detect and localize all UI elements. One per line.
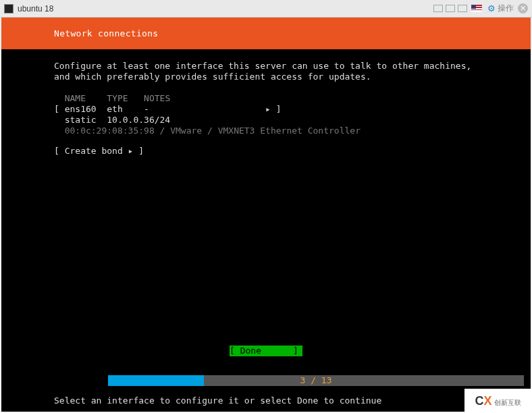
chevron-right-icon: ▸ bbox=[128, 146, 134, 156]
footer-hint: Select an interface to configure it or s… bbox=[1, 386, 531, 406]
column-headers: NAME TYPE NOTES bbox=[54, 93, 478, 104]
chevron-right-icon: ▸ bbox=[265, 104, 271, 114]
progress-bar: 3 / 13 bbox=[108, 375, 524, 386]
interface-hardware: 00:0c:29:08:35:98 / VMware / VMXNET3 Eth… bbox=[54, 126, 478, 136]
flag-us-icon[interactable] bbox=[471, 5, 482, 12]
create-bond-button[interactable]: [ Create bond ▸ ] bbox=[1, 136, 531, 156]
interface-list: NAME TYPE NOTES [ ens160 eth - ▸ ] stati… bbox=[1, 82, 531, 136]
interface-config: static 10.0.0.36/24 bbox=[54, 115, 478, 126]
done-button[interactable]: [ Done ] bbox=[230, 346, 302, 356]
monitor-icon-2[interactable] bbox=[446, 5, 455, 12]
back-button[interactable]: [ Back ] bbox=[230, 356, 302, 367]
action-menu[interactable]: 操作 bbox=[498, 3, 514, 14]
installer-screen: Network connections Configure at least o… bbox=[1, 18, 531, 412]
vm-icon bbox=[4, 4, 14, 13]
progress-text: 3 / 13 bbox=[108, 375, 524, 386]
page-title: Network connections bbox=[54, 28, 158, 38]
installer-header: Network connections bbox=[1, 18, 531, 49]
monitor-icon-3[interactable] bbox=[458, 5, 467, 12]
watermark-logo: CX 创新互联 bbox=[464, 389, 532, 413]
window-titlebar: ubuntu 18 ⚙ 操作 ✕ bbox=[0, 0, 532, 18]
instructions-text: Configure at least one interface this se… bbox=[1, 49, 531, 82]
close-icon[interactable]: ✕ bbox=[518, 3, 528, 13]
monitor-icon-1[interactable] bbox=[433, 5, 443, 12]
interface-row[interactable]: [ ens160 eth - ▸ ] bbox=[54, 104, 478, 115]
gear-icon[interactable]: ⚙ bbox=[487, 3, 496, 13]
vm-title: ubuntu 18 bbox=[18, 4, 53, 13]
